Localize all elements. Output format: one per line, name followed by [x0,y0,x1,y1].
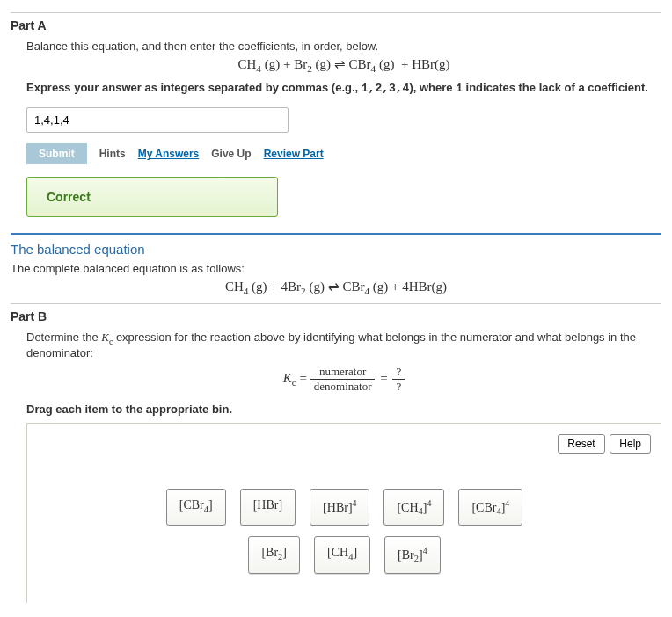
kc-fraction-q: ? ? [392,365,405,394]
give-up-link[interactable]: Give Up [211,148,251,160]
frac2-denominator: ? [392,380,405,394]
tile-row-1: [CBr4][HBr][HBr]4[CH4]4[CBr4]4 [38,489,651,526]
drag-tile[interactable]: [CBr4]4 [458,489,522,526]
balanced-equation: CH4 (g) + 4Br2 (g) ⇌ CBr4 (g) + 4HBr(g) [11,279,661,296]
frac-numerator: numerator [310,365,376,380]
submit-button[interactable]: Submit [26,143,87,164]
drag-tile[interactable]: [HBr] [240,489,296,526]
balanced-title: The balanced equation [11,242,661,257]
drag-controls: Reset Help [38,434,651,454]
review-part-link[interactable]: Review Part [264,148,324,160]
kc-label: Kc = [283,371,307,385]
drag-tile[interactable]: [CBr4] [166,489,226,526]
frac2-numerator: ? [392,365,405,380]
instr-suffix: ), where [409,81,456,94]
partb-suffix: expression for the reaction above by ide… [26,330,636,359]
blue-divider [11,233,661,235]
hints-link[interactable]: Hints [99,148,126,160]
instr-example: 1,2,3,4 [362,82,410,95]
my-answers-link[interactable]: My Answers [138,148,200,160]
frac-denominator: denominator [310,380,376,394]
part-a-instruction: Express your answer as integers separate… [26,81,661,95]
drag-tile[interactable]: [Br2] [248,536,300,573]
drag-area: Reset Help [CBr4][HBr][HBr]4[CH4]4[CBr4]… [26,423,661,603]
part-b-prompt: Determine the Kc expression for the reac… [26,330,661,359]
balanced-text: The complete balanced equation is as fol… [11,262,661,275]
drag-tile[interactable]: [CH4] [314,536,370,573]
instr-tail: indicates the lack of a coefficient. [463,81,648,94]
kc-expression: Kc = numerator denominator = ? ? [26,365,661,394]
reset-button[interactable]: Reset [558,434,604,454]
drag-tile[interactable]: [CH4]4 [383,489,444,526]
mid-divider [11,303,661,304]
part-a-equation: CH4 (g) + Br2 (g) ⇌ CBr4 (g) + HBr(g) [26,56,661,74]
kc-symbol: Kc [101,330,113,344]
partb-prefix: Determine the [26,330,101,344]
button-row: Submit Hints My Answers Give Up Review P… [26,143,661,164]
drag-tile[interactable]: [HBr]4 [310,489,369,526]
part-a-header: Part A [11,18,661,33]
help-button[interactable]: Help [610,434,651,454]
kc-fraction-words: numerator denominator [310,365,376,394]
correct-feedback: Correct [26,177,278,217]
answer-input[interactable] [26,107,289,133]
part-b-header: Part B [11,309,661,323]
instr-one: 1 [456,82,463,95]
tile-row-2: [Br2][CH4][Br2]4 [38,536,651,573]
part-a-prompt: Balance this equation, and then enter th… [26,40,661,53]
drag-tile[interactable]: [Br2]4 [384,536,441,573]
drag-instruction: Drag each item to the appropriate bin. [26,403,661,416]
instr-prefix: Express your answer as integers separate… [26,81,362,94]
top-divider [11,12,661,13]
